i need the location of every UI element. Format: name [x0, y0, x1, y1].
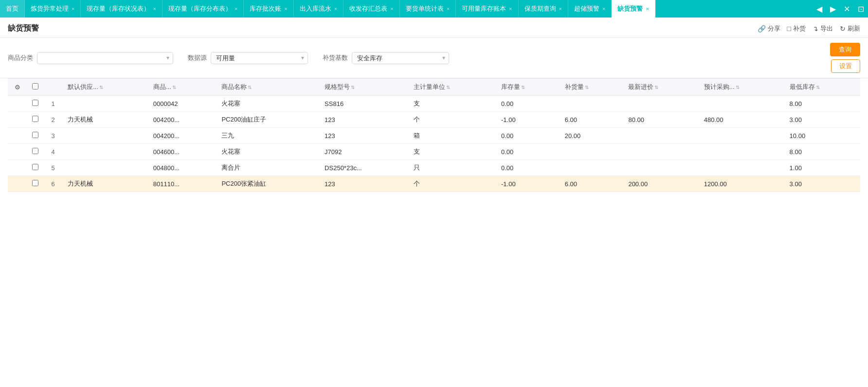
close-icon[interactable]: ×	[235, 6, 237, 12]
nav-tab-1[interactable]: 炼货异常处理 ×	[25, 0, 81, 18]
data-source-select-wrapper: 可用量	[211, 52, 308, 64]
close-icon[interactable]: ×	[559, 6, 562, 12]
row-checkbox-cell[interactable]	[27, 128, 43, 144]
nav-tab-8[interactable]: 可用量库存账本 ×	[456, 0, 518, 18]
nav-prev-button[interactable]: ◀	[813, 0, 826, 18]
row-spec-cell: SS816	[320, 96, 409, 112]
col-header-supplier[interactable]: 默认供应...⇅	[63, 79, 148, 96]
row-est-purchase-cell	[699, 144, 785, 160]
row-checkbox-cell[interactable]	[27, 144, 43, 160]
row-latest-price-cell	[623, 128, 699, 144]
nav-tab-11[interactable]: 缺货预警 ×	[612, 0, 655, 18]
row-item-code-cell: 004200...	[148, 128, 217, 144]
table-container: ⚙ 默认供应...⇅ 商品...⇅ 商品名称⇅ 规格型号⇅	[0, 78, 868, 192]
filter-buttons: 查询 设置	[830, 43, 860, 73]
row-est-purchase-cell	[699, 96, 785, 112]
sort-icon-item-name: ⇅	[248, 85, 252, 90]
replenish-base-select[interactable]: 安全库存	[352, 52, 449, 64]
close-icon[interactable]: ×	[602, 6, 605, 12]
share-button[interactable]: 🔗 分享	[758, 24, 780, 33]
nav-tab-10[interactable]: 超储预警 ×	[568, 0, 612, 18]
row-item-name-cell: PC200张紧油缸	[217, 176, 320, 192]
row-replenish-qty-cell: 6.00	[560, 176, 624, 192]
sort-icon-supplier: ⇅	[99, 85, 103, 90]
row-checkbox[interactable]	[32, 116, 38, 122]
col-header-spec[interactable]: 规格型号⇅	[320, 79, 409, 96]
nav-tab-5[interactable]: 出入库流水 ×	[294, 0, 344, 18]
row-checkbox[interactable]	[32, 148, 38, 154]
col-header-stock-qty[interactable]: 库存量⇅	[496, 79, 560, 96]
nav-close-button[interactable]: ✕	[840, 0, 854, 18]
close-icon[interactable]: ×	[646, 6, 649, 12]
refresh-button[interactable]: ↻ 刷新	[840, 24, 860, 33]
row-checkbox[interactable]	[32, 164, 38, 170]
row-stock-qty-cell: 0.00	[496, 96, 560, 112]
row-num-cell: 2	[43, 112, 63, 128]
export-button[interactable]: ↴ 导出	[813, 24, 833, 33]
row-checkbox[interactable]	[32, 180, 38, 186]
row-supplier-cell	[63, 144, 148, 160]
nav-next-button[interactable]: ▶	[826, 0, 840, 18]
close-icon[interactable]: ×	[509, 6, 512, 12]
row-checkbox[interactable]	[32, 132, 38, 138]
row-checkbox[interactable]	[32, 100, 38, 106]
col-header-replenish-qty[interactable]: 补货量⇅	[560, 79, 624, 96]
nav-tab-9[interactable]: 保质期查询 ×	[519, 0, 568, 18]
col-header-unit[interactable]: 主计量单位⇅	[409, 79, 496, 96]
row-unit-cell: 支	[409, 96, 496, 112]
query-button[interactable]: 查询	[830, 43, 860, 56]
col-header-item-name[interactable]: 商品名称⇅	[217, 79, 320, 96]
row-supplier-cell: 力天机械	[63, 112, 148, 128]
nav-tab-3[interactable]: 现存量（库存分布表） ×	[163, 0, 244, 18]
close-icon[interactable]: ×	[72, 6, 74, 12]
row-item-code-cell: 801110...	[148, 176, 217, 192]
table-row: 5 004800... 离合片 DS250*23c... 只 0.00 1.00	[8, 160, 860, 176]
data-source-select[interactable]: 可用量	[211, 52, 308, 64]
settings-button[interactable]: 设置	[831, 59, 860, 73]
row-min-stock-cell: 8.00	[785, 96, 860, 112]
nav-fullscreen-button[interactable]: ⊡	[854, 0, 868, 18]
table-checkbox-header[interactable]	[27, 79, 43, 96]
row-num-cell: 6	[43, 176, 63, 192]
col-header-latest-price[interactable]: 最新进价⇅	[623, 79, 699, 96]
nav-tab-6[interactable]: 收发存汇总表 ×	[344, 0, 399, 18]
sort-icon-min-stock: ⇅	[816, 85, 820, 90]
replenish-button[interactable]: □ 补货	[787, 24, 806, 33]
close-icon[interactable]: ×	[153, 6, 156, 12]
nav-controls: ◀ ▶ ✕ ⊡	[813, 0, 868, 18]
row-checkbox-cell[interactable]	[27, 160, 43, 176]
row-spec-cell: 123	[320, 176, 409, 192]
col-header-min-stock[interactable]: 最低库存⇅	[785, 79, 860, 96]
nav-tab-4[interactable]: 库存批次账 ×	[244, 0, 293, 18]
row-checkbox-cell[interactable]	[27, 176, 43, 192]
row-spec-cell: J7092	[320, 144, 409, 160]
table-row: 1 0000042 火花塞 SS816 支 0.00 8.00	[8, 96, 860, 112]
data-table: ⚙ 默认供应...⇅ 商品...⇅ 商品名称⇅ 规格型号⇅	[8, 78, 860, 192]
data-source-label: 数据源	[188, 53, 207, 62]
row-supplier-cell: 力天机械	[63, 176, 148, 192]
close-icon[interactable]: ×	[390, 6, 393, 12]
row-settings-cell	[8, 128, 27, 144]
nav-tab-home[interactable]: 首页	[0, 0, 25, 18]
col-header-item-code[interactable]: 商品...⇅	[148, 79, 217, 96]
nav-tab-2[interactable]: 现存量（库存状况表） ×	[81, 0, 162, 18]
row-checkbox-cell[interactable]	[27, 96, 43, 112]
col-header-est-purchase[interactable]: 预计采购...⇅	[699, 79, 785, 96]
close-icon[interactable]: ×	[284, 6, 287, 12]
row-item-code-cell: 004600...	[148, 144, 217, 160]
select-all-checkbox[interactable]	[32, 83, 38, 89]
commodity-class-label: 商品分类	[8, 53, 33, 62]
close-icon[interactable]: ×	[334, 6, 337, 12]
commodity-class-select[interactable]	[37, 52, 173, 64]
refresh-icon: ↻	[840, 25, 846, 33]
row-supplier-cell	[63, 128, 148, 144]
row-min-stock-cell: 3.00	[785, 176, 860, 192]
row-num-cell: 3	[43, 128, 63, 144]
row-est-purchase-cell	[699, 160, 785, 176]
nav-tab-7[interactable]: 要货单统计表 ×	[400, 0, 456, 18]
row-unit-cell: 支	[409, 144, 496, 160]
row-supplier-cell	[63, 96, 148, 112]
close-icon[interactable]: ×	[447, 6, 450, 12]
row-checkbox-cell[interactable]	[27, 112, 43, 128]
table-settings-header[interactable]: ⚙	[8, 79, 27, 96]
